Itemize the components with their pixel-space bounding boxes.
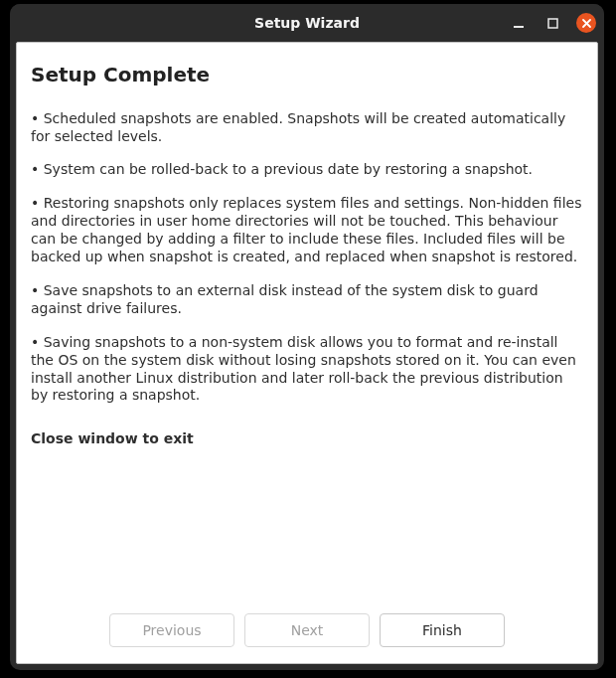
close-icon: [581, 18, 592, 29]
titlebar: Setup Wizard: [10, 4, 604, 42]
window-title: Setup Wizard: [254, 15, 360, 31]
info-paragraph: • Saving snapshots to a non-system disk …: [31, 334, 583, 406]
close-button[interactable]: [576, 13, 596, 33]
next-button: Next: [244, 613, 370, 647]
page-heading: Setup Complete: [31, 63, 583, 88]
client-area: Setup Complete • Scheduled snapshots are…: [16, 42, 598, 664]
info-paragraph: • Save snapshots to an external disk ins…: [31, 282, 583, 318]
content-area: Setup Complete • Scheduled snapshots are…: [17, 43, 597, 603]
exit-hint: Close window to exit: [31, 430, 583, 448]
info-paragraph: • Scheduled snapshots are enabled. Snaps…: [31, 110, 583, 146]
svg-rect-0: [514, 26, 524, 28]
minimize-icon: [513, 17, 525, 29]
previous-button: Previous: [109, 613, 234, 647]
maximize-button[interactable]: [542, 13, 562, 33]
minimize-button[interactable]: [509, 13, 529, 33]
info-paragraph: • Restoring snapshots only replaces syst…: [31, 195, 583, 266]
svg-rect-1: [548, 19, 557, 28]
finish-button[interactable]: Finish: [380, 613, 505, 647]
window-controls: [509, 4, 596, 42]
maximize-icon: [547, 18, 558, 29]
setup-wizard-window: Setup Wizard Setup Complete: [10, 4, 604, 670]
footer-buttons: Previous Next Finish: [17, 603, 597, 663]
info-paragraph: • System can be rolled-back to a previou…: [31, 161, 583, 179]
